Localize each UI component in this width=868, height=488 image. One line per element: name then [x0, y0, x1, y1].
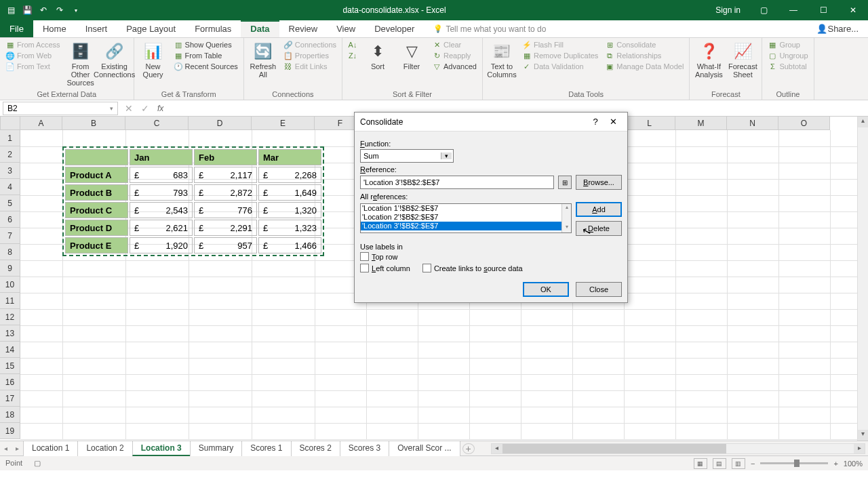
- fx-icon[interactable]: fx: [157, 104, 163, 113]
- tab-file[interactable]: File: [0, 20, 33, 37]
- add-button[interactable]: Add: [576, 202, 622, 217]
- hscroll-thumb[interactable]: [502, 444, 726, 453]
- remove-duplicates-button[interactable]: ▦Remove Duplicates: [519, 50, 601, 61]
- close-button[interactable]: Close: [576, 282, 622, 297]
- sort-button[interactable]: ⬍Sort: [361, 39, 394, 72]
- listbox-scroll-down-icon[interactable]: ▾: [562, 224, 571, 232]
- column-header-E[interactable]: E: [252, 117, 315, 130]
- sort-za-button[interactable]: Z↓: [345, 50, 360, 61]
- all-references-listbox[interactable]: 'Location 1'!$B$2:$E$7'Location 2'!$B$2:…: [360, 203, 572, 233]
- cancel-formula-icon[interactable]: ✕: [121, 103, 137, 114]
- column-header-C[interactable]: C: [125, 117, 189, 130]
- recent-sources-button[interactable]: 🕐Recent Sources: [171, 61, 241, 72]
- tab-view[interactable]: View: [327, 20, 365, 37]
- dialog-close-button[interactable]: ✕: [604, 117, 622, 127]
- tell-me-search[interactable]: Tell me what you want to do: [424, 20, 555, 37]
- from-access-button[interactable]: ▦From Access: [3, 39, 63, 50]
- macro-record-icon[interactable]: ▢: [34, 459, 41, 467]
- forecast-sheet-button[interactable]: 📈Forecast Sheet: [726, 39, 759, 80]
- top-row-checkbox[interactable]: [360, 252, 369, 261]
- advanced-button[interactable]: ▽Advanced: [429, 61, 479, 72]
- name-box-dropdown-icon[interactable]: ▾: [110, 105, 113, 112]
- scroll-up-icon[interactable]: ▴: [858, 117, 868, 127]
- ungroup-button[interactable]: ▢Ungroup: [765, 50, 810, 61]
- scroll-down-icon[interactable]: ▾: [858, 430, 868, 441]
- sheet-tab[interactable]: Overall Scor ...: [389, 441, 460, 456]
- range-picker-button[interactable]: ⊞: [558, 176, 572, 189]
- sheet-tab[interactable]: Location 2: [77, 441, 132, 456]
- tab-home[interactable]: Home: [33, 20, 76, 37]
- row-header-15[interactable]: 15: [0, 358, 20, 374]
- column-header-M[interactable]: M: [675, 117, 727, 130]
- maximize-button[interactable]: ☐: [808, 0, 838, 20]
- minimize-button[interactable]: —: [778, 0, 808, 20]
- close-window-button[interactable]: ✕: [838, 0, 868, 20]
- refresh-all-button[interactable]: 🔄Refresh All: [247, 39, 279, 80]
- tab-data[interactable]: Data: [241, 20, 279, 37]
- row-header-18[interactable]: 18: [0, 407, 20, 423]
- row-header-17[interactable]: 17: [0, 390, 20, 407]
- listbox-scroll-up-icon[interactable]: ▴: [562, 204, 571, 213]
- qa-customize-icon[interactable]: ▾: [71, 5, 81, 16]
- tab-page-layout[interactable]: Page Layout: [117, 20, 185, 37]
- column-header-A[interactable]: A: [20, 117, 62, 130]
- enter-formula-icon[interactable]: ✓: [137, 103, 153, 114]
- zoom-level[interactable]: 100%: [844, 460, 863, 468]
- from-text-button[interactable]: 📄From Text: [3, 61, 63, 72]
- edit-links-button[interactable]: ⛓Edit Links: [281, 61, 339, 72]
- row-header-19[interactable]: 19: [0, 423, 20, 439]
- row-header-1[interactable]: 1: [0, 130, 20, 146]
- reference-input[interactable]: 'Location 3'!$B$2:$E$7: [360, 176, 554, 189]
- vertical-scrollbar[interactable]: ▴ ▾: [857, 117, 868, 441]
- horizontal-scrollbar[interactable]: ◂ ▸: [491, 443, 865, 454]
- dialog-title-bar[interactable]: Consolidate ? ✕: [355, 113, 627, 131]
- view-page-break-icon[interactable]: ▥: [732, 458, 745, 469]
- row-header-5[interactable]: 5: [0, 195, 20, 211]
- hscroll-right-icon[interactable]: ▸: [854, 444, 865, 453]
- tab-developer[interactable]: Developer: [365, 20, 424, 37]
- listbox-scrollbar[interactable]: ▴ ▾: [561, 204, 571, 232]
- list-item[interactable]: 'Location 3'!$B$2:$E$7: [361, 222, 571, 230]
- share-button[interactable]: 👤 Share...: [807, 20, 868, 37]
- left-column-checkbox[interactable]: [360, 264, 369, 272]
- row-header-3[interactable]: 3: [0, 163, 20, 179]
- dialog-help-button[interactable]: ?: [587, 117, 604, 127]
- relationships-button[interactable]: ⧉Relationships: [602, 50, 686, 61]
- tab-formulas[interactable]: Formulas: [185, 20, 241, 37]
- name-box[interactable]: B2▾: [3, 102, 118, 115]
- row-header-13[interactable]: 13: [0, 325, 20, 342]
- new-query-button[interactable]: 📊New Query: [137, 39, 170, 80]
- ribbon-options-icon[interactable]: ▢: [749, 0, 778, 20]
- zoom-slider[interactable]: [760, 462, 828, 464]
- row-header-11[interactable]: 11: [0, 293, 20, 309]
- row-header-2[interactable]: 2: [0, 146, 20, 163]
- existing-connections-button[interactable]: 🔗Existing Connections: [98, 39, 131, 80]
- add-sheet-button[interactable]: +: [462, 443, 475, 454]
- column-header-L[interactable]: L: [624, 117, 675, 130]
- zoom-in-button[interactable]: +: [833, 460, 837, 468]
- from-table-button[interactable]: ▦From Table: [171, 50, 241, 61]
- from-other-sources-button[interactable]: 🗄️From Other Sources: [64, 39, 97, 88]
- consolidate-button[interactable]: ⊞Consolidate: [602, 39, 686, 50]
- view-normal-icon[interactable]: ▦: [694, 458, 707, 469]
- list-item[interactable]: 'Location 2'!$B$2:$E$7: [361, 213, 571, 222]
- zoom-out-button[interactable]: −: [751, 460, 755, 468]
- manage-data-model-button[interactable]: ▣Manage Data Model: [602, 61, 686, 72]
- from-web-button[interactable]: 🌐From Web: [3, 50, 63, 61]
- browse-button[interactable]: Browse...: [576, 175, 622, 190]
- sign-in-link[interactable]: Sign in: [707, 5, 749, 15]
- what-if-button[interactable]: ❓What-If Analysis: [692, 39, 725, 80]
- column-header-D[interactable]: D: [189, 117, 252, 130]
- clear-button[interactable]: ✕Clear: [429, 39, 479, 50]
- filter-button[interactable]: ▽Filter: [395, 39, 428, 72]
- reapply-button[interactable]: ↻Reapply: [429, 50, 479, 61]
- column-header-B[interactable]: B: [62, 117, 125, 130]
- sheet-nav-next-icon[interactable]: ▸: [12, 445, 23, 452]
- undo-icon[interactable]: ↶: [38, 5, 49, 16]
- sheet-tab[interactable]: Location 1: [23, 441, 78, 456]
- row-header-9[interactable]: 9: [0, 260, 20, 277]
- create-links-checkbox[interactable]: [422, 264, 431, 272]
- function-select[interactable]: Sum ▾: [360, 149, 454, 163]
- ok-button[interactable]: OK: [523, 282, 569, 297]
- row-header-4[interactable]: 4: [0, 179, 20, 195]
